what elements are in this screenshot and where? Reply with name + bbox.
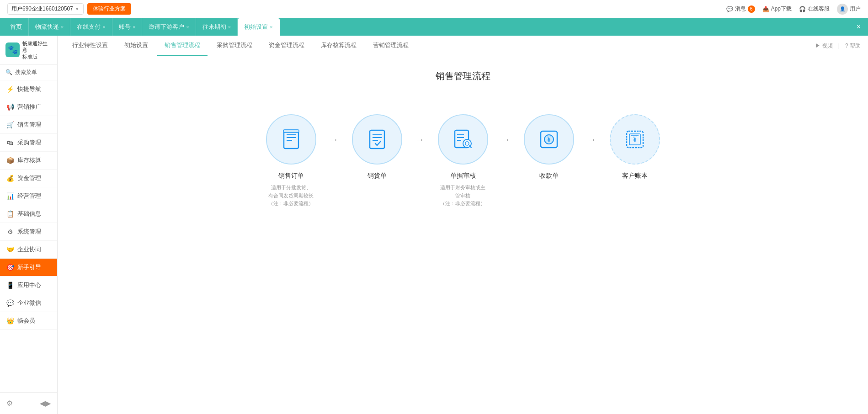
nav-tab-logistics[interactable]: 物流快递 × xyxy=(29,18,70,36)
basic-info-icon: 📋 xyxy=(6,210,14,218)
sidebar-item-quick-nav[interactable]: ⚡ 快捷导航 xyxy=(0,80,57,98)
flow-circle-payment[interactable]: ¥ xyxy=(524,114,574,165)
nav-tab-home[interactable]: 首页 xyxy=(4,18,29,36)
close-all-button[interactable]: × xyxy=(853,23,864,31)
app-download-label: App下载 xyxy=(771,5,792,13)
content-tab-inventory-flow[interactable]: 库存核算流程 xyxy=(314,36,364,56)
svg-line-12 xyxy=(469,146,471,148)
main-layout: 🐾 畅康通好生意 标准版 🔍 搜索菜单 ⚡ 快捷导航 📢 营销推广 🛒 销售管理… xyxy=(0,36,868,414)
sales-order-icon xyxy=(279,127,303,151)
sidebar-settings-btn[interactable]: ⚙ ◀▶ xyxy=(0,396,57,410)
content-tab-finance-flow[interactable]: 资金管理流程 xyxy=(261,36,312,56)
payment-icon: ¥ xyxy=(537,127,561,151)
nav-tab-period[interactable]: 往来期初 × xyxy=(196,18,238,36)
online-service-label: 在线客服 xyxy=(808,5,830,13)
sidebar-item-member[interactable]: 👑 畅会员 xyxy=(0,312,57,330)
close-icon[interactable]: × xyxy=(133,24,135,30)
content-tab-marketing-flow[interactable]: 营销管理流程 xyxy=(366,36,416,56)
nav-tab-invite[interactable]: 邀请下游客户 × xyxy=(142,18,196,36)
download-icon: 📥 xyxy=(762,6,769,12)
flow-diagram: 销售订单 适用于分批发货、有合同发货周期较长（注：非必要流程） → xyxy=(76,105,850,217)
header-right: 💬 消息 6 📥 App下载 🎧 在线客服 👤 用户 xyxy=(726,4,861,15)
app-download-item[interactable]: 📥 App下载 xyxy=(762,5,792,13)
settings-icon: ⚙ xyxy=(6,399,13,408)
flow-step-delivery: 销货单 xyxy=(341,114,414,184)
sidebar-item-inventory[interactable]: 📦 库存核算 xyxy=(0,152,57,170)
guide-icon: 🎯 xyxy=(6,264,14,271)
message-item[interactable]: 💬 消息 6 xyxy=(726,5,755,13)
user-avatar-item[interactable]: 👤 用户 xyxy=(837,4,861,15)
sidebar-logo: 🐾 畅康通好生意 标准版 xyxy=(0,36,57,65)
flow-circle-ledger[interactable]: ¥ xyxy=(610,114,660,165)
search-menu[interactable]: 🔍 搜索菜单 xyxy=(0,65,57,80)
home-label: 首页 xyxy=(10,23,22,31)
flow-arrow-3: → xyxy=(501,114,511,145)
search-icon: 🔍 xyxy=(5,69,12,75)
sidebar-item-purchase[interactable]: 🛍 采购管理 xyxy=(0,134,57,152)
message-label: 消息 xyxy=(735,5,746,13)
flow-label-ledger: 客户账本 xyxy=(622,172,648,180)
chevron-down-icon: ▼ xyxy=(75,6,80,11)
sidebar-item-basic-info[interactable]: 📋 基础信息 xyxy=(0,205,57,223)
flow-step-sales-order: 销售订单 适用于分批发货、有合同发货周期较长（注：非必要流程） xyxy=(255,114,328,208)
content-tabs: 行业特性设置 初始设置 销售管理流程 采购管理流程 资金管理流程 库存核算流程 xyxy=(58,36,868,56)
review-icon xyxy=(451,127,475,151)
nav-tab-payment[interactable]: 在线支付 × xyxy=(70,18,112,36)
payment-label: 在线支付 xyxy=(77,23,101,31)
sidebar-item-finance[interactable]: 💰 资金管理 xyxy=(0,170,57,187)
message-badge: 6 xyxy=(748,5,755,13)
flow-circle-delivery[interactable] xyxy=(352,114,402,165)
nav-tabs: 首页 物流快递 × 在线支付 × 账号 × 邀请下游客户 × 往来期初 × 初始… xyxy=(0,18,868,36)
sidebar-item-sales[interactable]: 🛒 销售管理 xyxy=(0,116,57,134)
online-service-item[interactable]: 🎧 在线客服 xyxy=(799,5,830,13)
close-icon[interactable]: × xyxy=(61,24,64,30)
close-icon[interactable]: × xyxy=(102,24,105,30)
close-icon[interactable]: × xyxy=(186,24,189,30)
trial-button[interactable]: 体验行业方案 xyxy=(87,3,131,15)
quick-nav-icon: ⚡ xyxy=(6,85,14,93)
flow-circle-review[interactable] xyxy=(438,114,488,165)
help-link[interactable]: ? 帮助 xyxy=(845,42,861,50)
content-tabs-right: ▶ 视频 | ? 帮助 xyxy=(815,42,861,50)
content-tab-init[interactable]: 初始设置 xyxy=(117,36,155,56)
flow-label-delivery: 销货单 xyxy=(367,172,387,180)
period-label: 往来期初 xyxy=(202,23,226,31)
svg-text:¥: ¥ xyxy=(547,135,551,143)
marketing-icon: 📢 xyxy=(6,103,14,111)
user-label: 用户690企业1660120507 xyxy=(11,5,73,13)
page-content: 销售管理流程 销售订单 适用于分批发货、有合同 xyxy=(58,56,868,231)
user-selector[interactable]: 用户690企业1660120507 ▼ xyxy=(7,3,84,15)
content-tab-industry[interactable]: 行业特性设置 xyxy=(65,36,115,56)
sidebar-item-enterprise[interactable]: 🤝 企业协同 xyxy=(0,241,57,259)
sidebar-item-marketing[interactable]: 📢 营销推广 xyxy=(0,98,57,116)
svg-rect-4 xyxy=(283,130,299,133)
wechat-icon: 💬 xyxy=(6,299,14,307)
flow-arrow-4: → xyxy=(587,114,596,145)
sidebar-bottom: ⚙ ◀▶ xyxy=(0,392,57,414)
account-label: 账号 xyxy=(119,23,131,31)
flow-label-sales-order: 销售订单 xyxy=(278,172,304,180)
content-tab-sales-flow[interactable]: 销售管理流程 xyxy=(157,36,208,56)
sidebar-item-system[interactable]: ⚙ 系统管理 xyxy=(0,223,57,241)
sidebar-item-operation[interactable]: 📊 经营管理 xyxy=(0,187,57,205)
delivery-icon xyxy=(365,127,389,151)
close-icon[interactable]: × xyxy=(270,24,272,30)
svg-text:¥: ¥ xyxy=(633,135,637,143)
sidebar-item-wechat[interactable]: 💬 企业微信 xyxy=(0,294,57,312)
video-link[interactable]: ▶ 视频 xyxy=(815,42,833,50)
play-icon: ▶ xyxy=(815,42,820,49)
content-tab-purchase-flow[interactable]: 采购管理流程 xyxy=(209,36,260,56)
help-icon: ? xyxy=(845,42,848,49)
flow-circle-sales-order[interactable] xyxy=(266,114,316,165)
sidebar-item-guide[interactable]: 🎯 新手引导 xyxy=(0,259,57,276)
svg-rect-0 xyxy=(284,130,298,149)
close-icon[interactable]: × xyxy=(228,24,231,30)
operation-icon: 📊 xyxy=(6,192,14,200)
nav-tab-account[interactable]: 账号 × xyxy=(112,18,142,36)
flow-desc-sales-order: 适用于分批发货、有合同发货周期较长（注：非必要流程） xyxy=(268,184,314,208)
message-icon: 💬 xyxy=(726,6,733,12)
sidebar-item-app[interactable]: 📱 应用中心 xyxy=(0,276,57,294)
inventory-icon: 📦 xyxy=(6,157,14,164)
logistics-label: 物流快递 xyxy=(35,23,59,31)
nav-tab-init-settings[interactable]: 初始设置 × xyxy=(238,18,279,36)
